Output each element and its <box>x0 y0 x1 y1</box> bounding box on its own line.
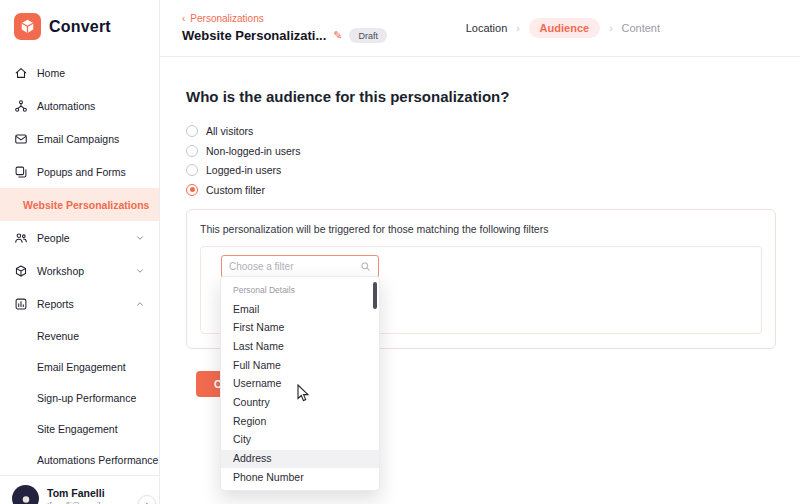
user-email: tfanelli@gmail.com <box>47 501 119 504</box>
chevron-right-icon: › <box>609 23 612 34</box>
automations-icon <box>14 99 28 113</box>
dropdown-item-phone-number[interactable]: Phone Number <box>221 468 379 487</box>
radio-selected <box>186 184 198 196</box>
page-header: ‹ Personalizations Website Personalizati… <box>160 0 800 57</box>
reports-submenu: Revenue Email Engagement Sign-up Perform… <box>0 320 159 475</box>
radio-unselected <box>186 145 198 157</box>
dropdown-item-email[interactable]: Email <box>221 300 379 319</box>
sidebar: Convert Home Automations Email Campaigns… <box>0 0 160 504</box>
option-all-visitors[interactable]: All visitors <box>186 125 800 137</box>
sidebar-item-label: Automations <box>37 100 95 112</box>
sidebar-item-people[interactable]: People <box>0 221 159 254</box>
chevron-right-icon: › <box>145 499 149 504</box>
sidebar-item-revenue[interactable]: Revenue <box>0 320 159 351</box>
chevron-right-icon: › <box>516 23 519 34</box>
sidebar-item-reports[interactable]: Reports <box>0 287 159 320</box>
option-logged-in-users[interactable]: Logged-in users <box>186 164 800 176</box>
status-badge: Draft <box>349 28 387 43</box>
step-audience[interactable]: Audience <box>529 18 601 38</box>
convert-cube-icon <box>14 13 41 40</box>
filter-description: This personalization will be triggered f… <box>200 223 762 235</box>
breadcrumb-back[interactable]: ‹ Personalizations <box>182 13 387 24</box>
dropdown-item-region[interactable]: Region <box>221 412 379 431</box>
avatar <box>12 485 39 504</box>
dropdown-item-country[interactable]: Country <box>221 393 379 412</box>
sidebar-item-label: Email Campaigns <box>37 133 119 145</box>
dropdown-scrollbar-thumb[interactable] <box>373 282 377 309</box>
email-icon <box>14 132 28 146</box>
radio-unselected <box>186 125 198 137</box>
sidebar-item-label: Home <box>37 67 65 79</box>
user-profile-row[interactable]: Tom Fanelli tfanelli@gmail.com › <box>0 475 159 504</box>
sidebar-item-label: Reports <box>37 298 74 310</box>
filter-input-wrap <box>221 255 379 278</box>
chevron-left-icon: ‹ <box>182 13 185 24</box>
sidebar-item-home[interactable]: Home <box>0 56 159 89</box>
sidebar-item-label: Popups and Forms <box>37 166 126 178</box>
chevron-down-icon <box>135 266 145 276</box>
reports-icon <box>14 297 28 311</box>
title-row: Website Personalizati... ✎ Draft <box>182 28 387 43</box>
option-label: Non-logged-in users <box>206 145 301 157</box>
home-icon <box>14 66 28 80</box>
dropdown-item-city[interactable]: City <box>221 431 379 450</box>
audience-options: All visitors Non-logged-in users Logged-… <box>186 125 800 196</box>
filter-dropdown: Personal Details Email First Name Last N… <box>220 276 380 491</box>
dropdown-item-first-name[interactable]: First Name <box>221 319 379 338</box>
option-label: Custom filter <box>206 184 265 196</box>
edit-title-icon[interactable]: ✎ <box>333 29 342 42</box>
brand-name: Convert <box>49 18 111 36</box>
search-icon <box>360 261 371 272</box>
audience-step-content: Who is the audience for this personaliza… <box>160 57 800 504</box>
chevron-up-icon <box>135 299 145 309</box>
option-custom-filter[interactable]: Custom filter <box>186 184 800 196</box>
dropdown-item-username[interactable]: Username <box>221 375 379 394</box>
brand-logo[interactable]: Convert <box>0 0 159 56</box>
dropdown-item-full-name[interactable]: Full Name <box>221 356 379 375</box>
sidebar-item-label: Website Personalizations <box>23 199 149 211</box>
option-label: All visitors <box>206 125 253 137</box>
sidebar-item-email-engagement[interactable]: Email Engagement <box>0 351 159 382</box>
people-icon <box>14 231 28 245</box>
popups-icon <box>14 165 28 179</box>
step-location[interactable]: Location <box>466 22 508 34</box>
chevron-down-icon <box>135 233 145 243</box>
sidebar-item-automations-performance[interactable]: Automations Performance <box>0 444 159 475</box>
dropdown-item-address[interactable]: Address <box>221 450 379 469</box>
header-left: ‹ Personalizations Website Personalizati… <box>182 13 387 43</box>
sidebar-item-automations[interactable]: Automations <box>0 89 159 122</box>
dropdown-group-label: Personal Details <box>221 277 379 300</box>
page-title: Website Personalizati... <box>182 28 326 43</box>
user-name: Tom Fanelli <box>47 487 119 499</box>
sidebar-item-email-campaigns[interactable]: Email Campaigns <box>0 122 159 155</box>
sidebar-nav: Home Automations Email Campaigns Popups … <box>0 56 159 475</box>
sidebar-item-site-engagement[interactable]: Site Engagement <box>0 413 159 444</box>
dropdown-item-last-name[interactable]: Last Name <box>221 337 379 356</box>
sidebar-item-website-personalizations[interactable]: Website Personalizations <box>0 188 159 221</box>
sidebar-item-popups-forms[interactable]: Popups and Forms <box>0 155 159 188</box>
sidebar-item-label: People <box>37 232 70 244</box>
sidebar-item-signup-performance[interactable]: Sign-up Performance <box>0 382 159 413</box>
breadcrumb-label: Personalizations <box>190 13 263 24</box>
sidebar-item-label: Workshop <box>37 265 84 277</box>
sidebar-collapse-button[interactable]: › <box>138 495 156 504</box>
option-non-logged-in-users[interactable]: Non-logged-in users <box>186 145 800 157</box>
radio-unselected <box>186 164 198 176</box>
step-content[interactable]: Content <box>621 22 660 34</box>
workshop-icon <box>14 264 28 278</box>
choose-filter-input[interactable] <box>229 261 354 272</box>
option-label: Logged-in users <box>206 164 281 176</box>
page-question-heading: Who is the audience for this personaliza… <box>186 88 800 105</box>
sidebar-item-workshop[interactable]: Workshop <box>0 254 159 287</box>
wizard-stepper: Location › Audience › Content <box>466 18 660 38</box>
